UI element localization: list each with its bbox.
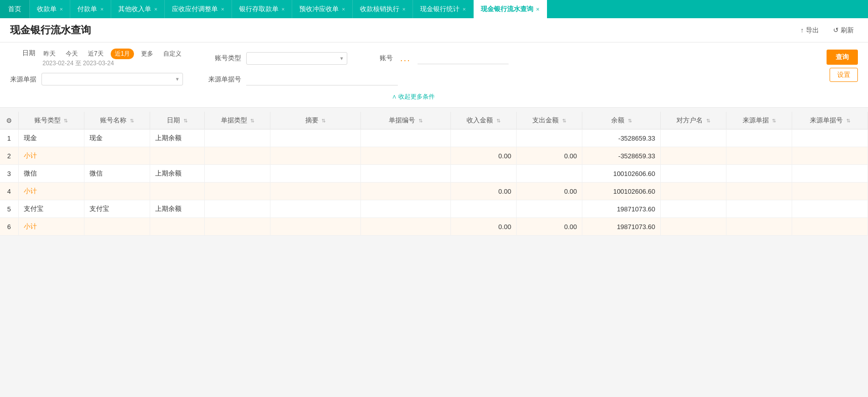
source-doc-select[interactable] bbox=[41, 73, 183, 85]
date-option-1month[interactable]: 近1月 bbox=[111, 49, 134, 59]
row-account-name: 支付宝 bbox=[84, 200, 150, 218]
sort-date-icon: ⇅ bbox=[184, 118, 188, 123]
row-source-doc-no bbox=[792, 129, 868, 147]
row-doc-no bbox=[360, 200, 450, 218]
close-tab-1-icon[interactable]: × bbox=[100, 6, 103, 12]
row-source-doc bbox=[726, 218, 792, 236]
row-account-type: 支付宝 bbox=[18, 200, 84, 218]
account-type-select[interactable] bbox=[246, 52, 347, 65]
date-option-today[interactable]: 今天 bbox=[63, 49, 81, 59]
row-account-type: 微信 bbox=[18, 165, 84, 183]
date-option-yesterday[interactable]: 昨天 bbox=[40, 49, 59, 59]
table-row: 5支付宝支付宝上期余额19871073.60 bbox=[0, 200, 868, 218]
row-date bbox=[150, 147, 204, 165]
row-expense bbox=[517, 200, 582, 218]
nav-tab-2[interactable]: 其他收入单 × bbox=[111, 0, 165, 18]
date-option-custom[interactable]: 自定义 bbox=[160, 49, 185, 59]
close-tab-6-icon[interactable]: × bbox=[402, 6, 405, 12]
row-account-name: 微信 bbox=[84, 165, 150, 183]
col-counterparty[interactable]: 对方户名 ⇅ bbox=[661, 112, 726, 129]
top-nav: 首页 收款单 × 付款单 × 其他收入单 × 应收应付调整单 × 银行存取款单 … bbox=[0, 0, 868, 18]
sort-source-doc-icon: ⇅ bbox=[772, 118, 776, 123]
date-options: 昨天 今天 近7天 近1月 更多 自定义 bbox=[40, 49, 185, 59]
account-dots-button[interactable]: ... bbox=[398, 53, 413, 64]
row-income: 0.00 bbox=[450, 147, 516, 165]
account-type-label: 账号类型 bbox=[215, 54, 241, 63]
data-table: ⚙ 账号类型 ⇅ 账号名称 ⇅ 日期 ⇅ 单据类型 ⇅ bbox=[0, 112, 868, 236]
close-tab-5-icon[interactable]: × bbox=[342, 6, 345, 12]
row-summary bbox=[270, 218, 360, 236]
row-source-doc bbox=[726, 129, 792, 147]
close-tab-3-icon[interactable]: × bbox=[221, 6, 224, 12]
col-doc-type[interactable]: 单据类型 ⇅ bbox=[205, 112, 270, 129]
nav-tab-0[interactable]: 收款单 × bbox=[30, 0, 70, 18]
close-tab-4-icon[interactable]: × bbox=[282, 6, 285, 12]
source-doc-select-wrapper bbox=[41, 73, 183, 85]
query-button[interactable]: 查询 bbox=[827, 50, 858, 65]
row-no: 1 bbox=[0, 129, 18, 147]
sort-counterparty-icon: ⇅ bbox=[706, 118, 710, 123]
sort-summary-icon: ⇅ bbox=[322, 118, 326, 123]
row-expense: 0.00 bbox=[517, 218, 582, 236]
col-expense[interactable]: 支出金额 ⇅ bbox=[517, 112, 582, 129]
col-date[interactable]: 日期 ⇅ bbox=[150, 112, 204, 129]
col-balance[interactable]: 余额 ⇅ bbox=[582, 112, 661, 129]
col-account-name[interactable]: 账号名称 ⇅ bbox=[84, 112, 150, 129]
sort-doc-type-icon: ⇅ bbox=[250, 118, 254, 123]
row-source-doc bbox=[726, 200, 792, 218]
source-doc-no-input[interactable] bbox=[246, 73, 398, 85]
row-source-doc-no bbox=[792, 218, 868, 236]
col-source-doc[interactable]: 来源单据 ⇅ bbox=[726, 112, 792, 129]
account-input[interactable] bbox=[418, 52, 509, 64]
col-doc-no[interactable]: 单据编号 ⇅ bbox=[360, 112, 450, 129]
export-button[interactable]: ↑ 导出 bbox=[797, 24, 824, 37]
nav-tab-3[interactable]: 应收应付调整单 × bbox=[165, 0, 232, 18]
row-account-type: 小计 bbox=[18, 183, 84, 200]
close-tab-0-icon[interactable]: × bbox=[60, 6, 63, 12]
row-no: 6 bbox=[0, 218, 18, 236]
row-no: 4 bbox=[0, 183, 18, 200]
account-type-select-wrapper bbox=[246, 52, 347, 65]
row-counterparty bbox=[661, 200, 726, 218]
nav-tab-8[interactable]: 现金银行流水查询 × bbox=[474, 0, 547, 18]
row-summary bbox=[270, 147, 360, 165]
table-body: 1现金现金上期余额-3528659.332小计0.000.00-3528659.… bbox=[0, 129, 868, 236]
filter-area: 日期 昨天 今天 近7天 近1月 更多 自定义 2023-02-24 至 202… bbox=[0, 42, 868, 108]
sort-account-type-icon: ⇅ bbox=[64, 118, 68, 123]
col-account-type[interactable]: 账号类型 ⇅ bbox=[18, 112, 84, 129]
row-no: 2 bbox=[0, 147, 18, 165]
row-income bbox=[450, 200, 516, 218]
settings-button[interactable]: 设置 bbox=[830, 68, 858, 82]
close-tab-8-icon[interactable]: × bbox=[536, 6, 539, 12]
date-option-more[interactable]: 更多 bbox=[138, 49, 156, 59]
refresh-button[interactable]: ↺ 刷新 bbox=[829, 24, 858, 37]
row-counterparty bbox=[661, 165, 726, 183]
nav-home[interactable]: 首页 bbox=[0, 0, 30, 18]
nav-tab-5[interactable]: 预收冲应收单 × bbox=[292, 0, 352, 18]
table-row: 6小计0.000.0019871073.60 bbox=[0, 218, 868, 236]
nav-tab-7[interactable]: 现金银行统计 × bbox=[413, 0, 473, 18]
page-header: 现金银行流水查询 ↑ 导出 ↺ 刷新 bbox=[0, 18, 868, 42]
row-summary bbox=[270, 200, 360, 218]
row-source-doc bbox=[726, 183, 792, 200]
col-source-doc-no[interactable]: 来源单据号 ⇅ bbox=[792, 112, 868, 129]
close-tab-7-icon[interactable]: × bbox=[463, 6, 466, 12]
row-income: 0.00 bbox=[450, 218, 516, 236]
nav-tab-6[interactable]: 收款核销执行 × bbox=[353, 0, 413, 18]
row-balance: 19871073.60 bbox=[582, 200, 661, 218]
date-option-7days[interactable]: 近7天 bbox=[85, 49, 107, 59]
close-tab-2-icon[interactable]: × bbox=[154, 6, 157, 12]
row-date: 上期余额 bbox=[150, 200, 204, 218]
col-summary[interactable]: 摘要 ⇅ bbox=[270, 112, 360, 129]
sort-source-doc-no-icon: ⇅ bbox=[846, 118, 850, 123]
nav-tab-1[interactable]: 付款单 × bbox=[70, 0, 111, 18]
table-container: ⚙ 账号类型 ⇅ 账号名称 ⇅ 日期 ⇅ 单据类型 ⇅ bbox=[0, 112, 868, 236]
row-balance: 100102606.60 bbox=[582, 183, 661, 200]
sort-balance-icon: ⇅ bbox=[628, 118, 632, 123]
col-income[interactable]: 收入金额 ⇅ bbox=[450, 112, 516, 129]
nav-tab-4[interactable]: 银行存取款单 × bbox=[232, 0, 292, 18]
collapse-bar[interactable]: ∧ 收起更多条件 bbox=[10, 91, 816, 103]
filter-right-actions: 查询 设置 bbox=[827, 49, 858, 82]
col-settings[interactable]: ⚙ bbox=[0, 112, 18, 129]
row-doc-no bbox=[360, 129, 450, 147]
